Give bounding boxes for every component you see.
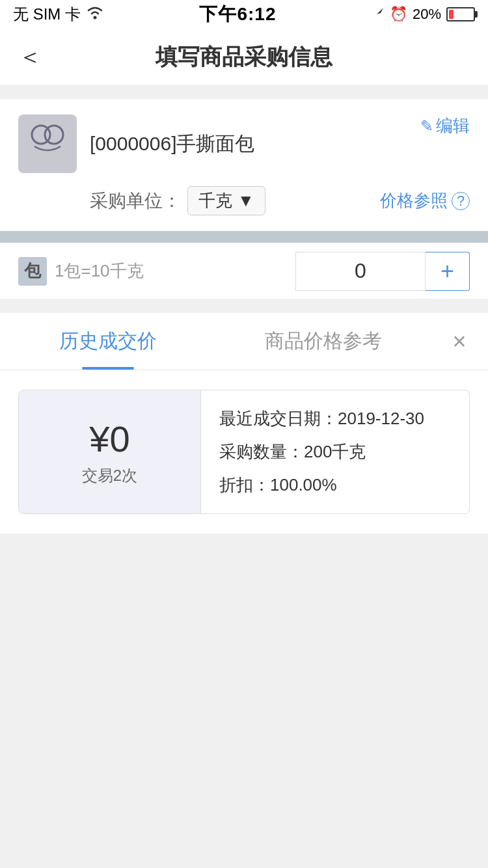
product-info: [0000006]手撕面包 [18, 115, 407, 173]
trade-date-label: 最近成交日期： [219, 409, 338, 428]
unit-icon-badge: 包 [18, 257, 47, 286]
purchase-unit: 采购单位： 千克 ▼ [90, 186, 265, 215]
time-label: 下午6:12 [199, 2, 276, 27]
tab-product-price-ref[interactable]: 商品价格参考 [215, 313, 431, 370]
svg-point-2 [45, 126, 63, 144]
price-ref-label: 价格参照 [380, 189, 448, 212]
unit-label: 包 1包=10千克 [18, 257, 144, 286]
tabs-header: 历史成交价 商品价格参考 × [0, 313, 488, 370]
wifi-icon [86, 5, 104, 23]
nav-bar: ＜ 填写商品采购信息 [0, 29, 488, 86]
purchase-qty-label: 采购数量： [219, 442, 304, 461]
gps-icon [372, 5, 385, 23]
price-summary: ¥0 交易2次 [19, 390, 201, 513]
quantity-plus-button[interactable]: + [426, 252, 470, 291]
trade-date-value: 2019-12-30 [338, 409, 424, 428]
page-title: 填写商品采购信息 [156, 42, 332, 72]
edit-icon: ✎ [420, 117, 433, 135]
tab-history-price[interactable]: 历史成交价 [0, 313, 215, 370]
price-details: 最近成交日期：2019-12-30 采购数量：200千克 折扣：100.00% [201, 390, 469, 513]
back-button[interactable]: ＜ [18, 41, 42, 73]
alarm-icon: ⏰ [390, 6, 407, 23]
amount-value: 0 [110, 418, 130, 459]
tab-product-label: 商品价格参考 [265, 328, 382, 355]
purchase-qty-value: 200千克 [304, 442, 366, 461]
product-header: [0000006]手撕面包 ✎ 编辑 [18, 115, 470, 173]
quantity-row: 包 1包=10千克 0 + [0, 243, 488, 300]
product-thumbnail [18, 115, 77, 173]
edit-label: 编辑 [436, 115, 470, 137]
unit-equiv-text: 1包=10千克 [55, 260, 144, 282]
help-icon: ? [452, 192, 470, 210]
discount-label: 折扣： [219, 475, 270, 495]
product-logo [28, 122, 67, 166]
discount-row: 折扣：100.00% [219, 472, 451, 498]
close-icon: × [452, 328, 466, 355]
tab-history-label: 历史成交价 [59, 328, 157, 355]
network-label: 无 SIM 卡 [13, 4, 81, 25]
section-divider [0, 231, 488, 243]
tab-content: ¥0 交易2次 最近成交日期：2019-12-30 采购数量：200千克 折扣：… [0, 370, 488, 534]
main-background [0, 534, 488, 868]
trade-count: 交易2次 [82, 465, 137, 486]
unit-icon-text: 包 [24, 260, 41, 282]
status-bar: 无 SIM 卡 下午6:12 ⏰ 20% [0, 0, 488, 29]
product-card: [0000006]手撕面包 ✎ 编辑 采购单位： 千克 ▼ 价格参照 ? [0, 99, 488, 231]
battery-percent: 20% [413, 6, 441, 23]
dropdown-icon: ▼ [237, 191, 254, 211]
battery-fill [449, 10, 454, 19]
tab-active-indicator [82, 367, 134, 370]
quantity-input[interactable]: 0 [295, 252, 426, 291]
currency-symbol: ¥ [89, 418, 109, 459]
price-card: ¥0 交易2次 最近成交日期：2019-12-30 采购数量：200千克 折扣：… [18, 390, 470, 514]
purchase-qty-row: 采购数量：200千克 [219, 439, 451, 465]
plus-icon: + [441, 258, 454, 285]
status-left: 无 SIM 卡 [13, 4, 104, 25]
status-right: ⏰ 20% [372, 5, 475, 23]
trade-date-row: 最近成交日期：2019-12-30 [219, 406, 451, 431]
battery-icon [446, 7, 475, 21]
unit-value: 千克 [198, 189, 232, 212]
price-value: ¥0 [89, 418, 129, 460]
discount-value: 100.00% [270, 475, 337, 495]
product-meta: 采购单位： 千克 ▼ 价格参照 ? [18, 186, 470, 215]
unit-selector[interactable]: 千克 ▼ [187, 186, 265, 215]
edit-button[interactable]: ✎ 编辑 [420, 115, 470, 137]
product-name: [0000006]手撕面包 [90, 131, 254, 157]
price-ref-link[interactable]: 价格参照 ? [380, 189, 470, 212]
svg-point-0 [94, 16, 97, 20]
tabs-section: 历史成交价 商品价格参考 × ¥0 交易2次 最近成交日期：2019-12-30 [0, 313, 488, 534]
purchase-unit-label: 采购单位： [90, 189, 181, 213]
tab-close-button[interactable]: × [431, 313, 488, 370]
quantity-control: 0 + [295, 252, 470, 291]
